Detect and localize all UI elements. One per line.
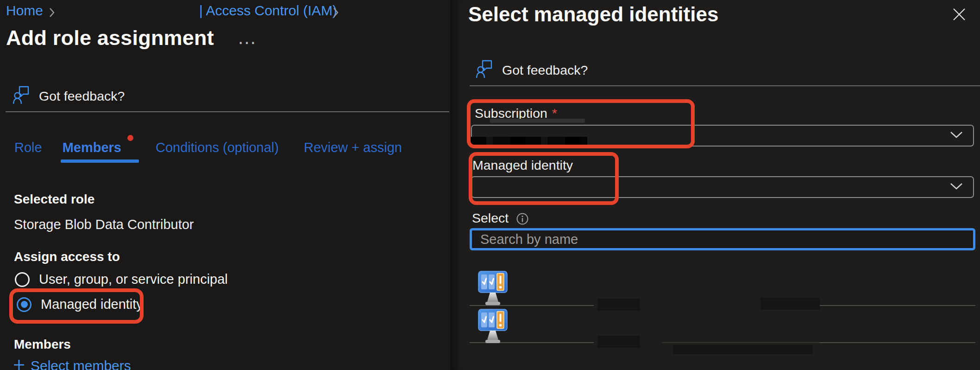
chevron-down-icon (950, 183, 963, 192)
section-divider (6, 111, 449, 112)
tab-members-label: Members (63, 140, 121, 155)
list-item[interactable] (478, 309, 508, 346)
chevron-right-icon (49, 7, 55, 20)
redaction-identity-name (760, 298, 820, 310)
radio-option-label: Managed identity (41, 297, 143, 312)
search-box (470, 228, 975, 250)
selected-role-label: Selected role (14, 192, 94, 207)
add-role-assignment-page: Home | Access Control (IAM) Add role ass… (0, 0, 450, 370)
panel-title: Select managed identities (468, 3, 718, 26)
select-managed-identities-panel: Select managed identities Got feedback? … (450, 0, 980, 370)
select-row: Select (472, 211, 529, 226)
more-options-button[interactable]: … (237, 35, 258, 40)
tab-review-assign[interactable]: Review + assign (304, 140, 402, 155)
search-input[interactable] (472, 230, 973, 248)
page-title: Add role assignment (6, 26, 214, 50)
managed-identity-dropdown[interactable] (471, 176, 974, 198)
redaction-smudge (490, 119, 585, 123)
radio-option-label: User, group, or service principal (39, 272, 228, 287)
redaction-subscription-value (471, 137, 587, 147)
list-item[interactable] (478, 271, 508, 308)
section-divider (470, 85, 980, 86)
got-feedback-link[interactable]: Got feedback? (476, 59, 588, 81)
feedback-person-icon (13, 85, 30, 107)
select-label: Select (472, 211, 509, 226)
radio-checked-icon[interactable] (17, 297, 31, 312)
tab-role[interactable]: Role (14, 140, 42, 155)
select-members-link[interactable]: Select members (13, 358, 131, 370)
select-members-label: Select members (31, 358, 131, 370)
radio-unchecked-icon[interactable] (15, 272, 30, 287)
redaction-identity-name (597, 336, 640, 348)
virtual-machine-icon (478, 300, 508, 307)
active-tab-underline (61, 159, 139, 163)
assign-access-to-label: Assign access to (14, 249, 120, 264)
got-feedback-label: Got feedback? (39, 89, 125, 104)
redaction-identity-name (597, 299, 640, 311)
tab-members[interactable]: Members (63, 140, 121, 155)
tab-conditions[interactable]: Conditions (optional) (156, 140, 279, 155)
breadcrumb-access-control-link[interactable]: | Access Control (IAM) (199, 3, 337, 19)
managed-identity-label: Managed identity (472, 158, 573, 173)
notification-dot (127, 135, 133, 141)
wizard-tabs: Role Members Conditions (optional) Revie… (14, 140, 402, 155)
virtual-machine-icon (478, 338, 508, 345)
radio-dot (21, 301, 28, 308)
breadcrumb: Home | Access Control (IAM) (6, 3, 441, 19)
plus-icon (13, 359, 25, 370)
close-icon (951, 16, 967, 24)
got-feedback-label: Got feedback? (502, 63, 588, 78)
selected-role-value: Storage Blob Data Contributor (14, 217, 194, 232)
breadcrumb-home-link[interactable]: Home (6, 3, 43, 19)
chevron-down-icon (950, 131, 963, 140)
feedback-person-icon (476, 59, 493, 81)
radio-option-managed-identity[interactable]: Managed identity (17, 297, 143, 312)
members-label: Members (14, 337, 71, 352)
close-panel-button[interactable] (951, 6, 967, 24)
info-icon[interactable] (516, 212, 529, 225)
chevron-right-icon (333, 7, 339, 20)
redaction-identity-name (673, 345, 812, 354)
radio-option-user-group[interactable]: User, group, or service principal (15, 272, 228, 287)
got-feedback-link[interactable]: Got feedback? (13, 85, 125, 107)
